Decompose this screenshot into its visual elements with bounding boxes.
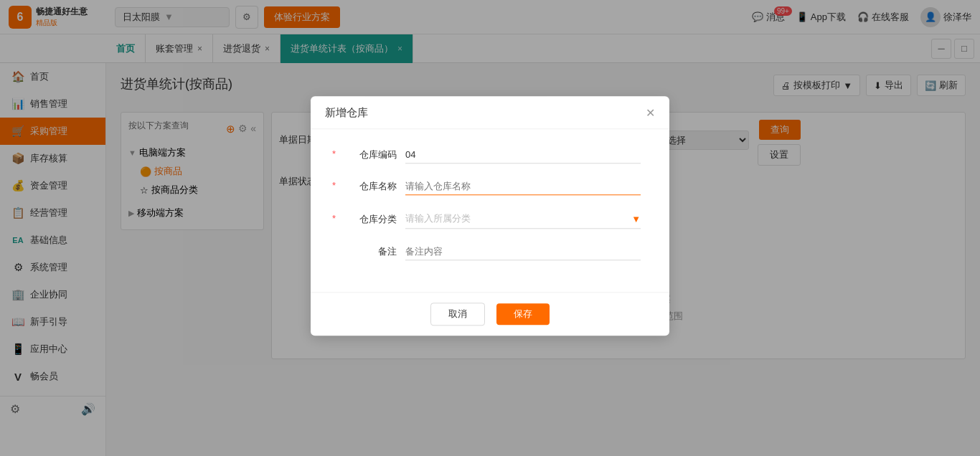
modal-header: 新增仓库 ✕ <box>311 96 669 129</box>
add-warehouse-modal: 新增仓库 ✕ 仓库编码 仓库名称 仓库分类 请输入所属分类 ▼ 备注 取消 保存 <box>311 96 669 336</box>
remark-label: 备注 <box>339 245 397 258</box>
modal-close-button[interactable]: ✕ <box>646 106 655 120</box>
remark-input[interactable] <box>405 243 641 260</box>
remark-row: 备注 <box>339 243 641 260</box>
cancel-button[interactable]: 取消 <box>430 303 485 326</box>
save-button[interactable]: 保存 <box>496 303 550 325</box>
warehouse-code-label: 仓库编码 <box>339 148 397 161</box>
warehouse-code-row: 仓库编码 <box>339 146 641 163</box>
warehouse-category-label: 仓库分类 <box>339 213 397 226</box>
modal-footer: 取消 保存 <box>311 292 669 336</box>
warehouse-category-select[interactable]: 请输入所属分类 ▼ <box>405 209 641 229</box>
modal-title: 新增仓库 <box>325 106 368 120</box>
warehouse-name-label: 仓库名称 <box>339 180 397 193</box>
category-dropdown-icon: ▼ <box>631 214 641 224</box>
warehouse-category-row: 仓库分类 请输入所属分类 ▼ <box>339 209 641 229</box>
modal-body: 仓库编码 仓库名称 仓库分类 请输入所属分类 ▼ 备注 <box>311 129 669 292</box>
warehouse-name-input[interactable] <box>405 178 641 195</box>
warehouse-code-input[interactable] <box>405 146 641 163</box>
warehouse-name-row: 仓库名称 <box>339 178 641 195</box>
warehouse-category-placeholder: 请输入所属分类 <box>405 212 471 225</box>
